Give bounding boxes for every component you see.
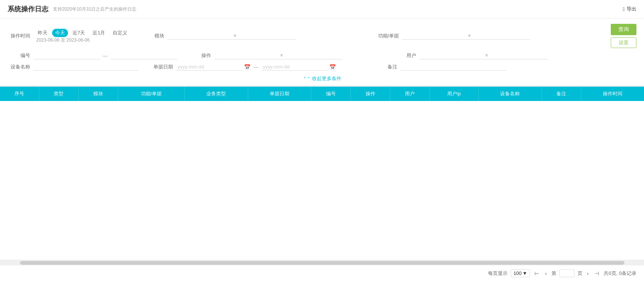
table-header-cell: 编号 [311, 87, 351, 101]
collapse-label: 收起更多条件 [312, 75, 341, 82]
user-dropdown-icon: ▼ [484, 53, 546, 58]
func-segment: 功能/单据 ▼ [372, 32, 596, 40]
device-label: 设备名称 [8, 64, 30, 70]
operation-label: 操作 [188, 52, 211, 59]
time-label: 操作时间 [8, 33, 30, 39]
serial-segment: 编号 — [8, 52, 177, 59]
page-subtitle: 支持2020年10月31日之后产生的操作日志 [53, 6, 136, 12]
time-filter-segment: 操作时间 昨天 今天 近7天 近1月 自定义 2023-06-06 至 2023… [8, 29, 130, 43]
data-table: 序号类型模块功能/单据业务类型单据日期编号操作用户用户ip设备名称备注操作时间 [0, 87, 644, 101]
table-header-cell: 类型 [39, 87, 78, 101]
first-page-btn[interactable]: ⊢ [533, 270, 541, 277]
page-label: 第 [551, 270, 556, 277]
last-page-btn[interactable]: ⊣ [593, 270, 601, 277]
voucher-date-segment: 单据日期 📅 — 📅 [150, 63, 363, 71]
time-buttons: 昨天 今天 近7天 近1月 自定义 [35, 29, 130, 37]
calendar-to-icon[interactable]: 📅 [329, 64, 336, 70]
table-header-cell: 功能/单据 [118, 87, 184, 101]
per-page-dropdown-icon: ▼ [522, 270, 527, 276]
filter-section: 操作时间 昨天 今天 近7天 近1月 自定义 2023-06-06 至 2023… [0, 19, 644, 85]
settings-button[interactable]: 设置 [611, 37, 636, 48]
remark-segment: 备注 [371, 63, 584, 71]
page-total: 共0页, 0条记录 [604, 270, 636, 277]
page-title: 系统操作日志 [8, 5, 48, 14]
operation-dropdown-icon: ▼ [279, 53, 341, 58]
table-header-cell: 用户 [390, 87, 429, 101]
last7-btn[interactable]: 近7天 [69, 29, 88, 37]
operation-segment: 操作 ▼ [188, 52, 382, 59]
func-select[interactable]: ▼ [402, 32, 530, 40]
device-segment: 设备名称 [8, 63, 139, 71]
serial-input-from[interactable] [33, 52, 100, 59]
func-dropdown-icon: ▼ [467, 33, 529, 39]
yesterday-btn[interactable]: 昨天 [35, 29, 51, 37]
data-table-wrapper: 序号类型模块功能/单据业务类型单据日期编号操作用户用户ip设备名称备注操作时间 [0, 87, 644, 260]
table-header-cell: 业务类型 [185, 87, 248, 101]
table-header-cell: 单据日期 [248, 87, 311, 101]
table-header-cell: 备注 [542, 87, 581, 101]
table-header-cell: 操作 [351, 87, 390, 101]
page-unit: 页 [578, 270, 582, 277]
export-label: 导出 [627, 6, 636, 12]
last1m-btn[interactable]: 近1月 [90, 29, 108, 37]
serial-label: 编号 [8, 52, 30, 59]
per-page-value: 100 [513, 270, 522, 276]
func-label: 功能/单据 [372, 33, 399, 39]
export-icon:  [623, 6, 625, 12]
voucher-date-dash: — [253, 64, 258, 70]
table-header-cell: 用户ip [429, 87, 478, 101]
serial-input-to[interactable] [111, 52, 177, 59]
voucher-date-from[interactable] [176, 63, 242, 71]
page-number-input[interactable]: 1 [559, 269, 575, 277]
user-select[interactable]: ▼ [419, 52, 548, 59]
time-date-range: 2023-06-06 至 2023-06-06 [36, 37, 130, 43]
per-page-label: 每页显示 [488, 270, 508, 277]
table-header-cell: 设备名称 [478, 87, 542, 101]
table-header-row: 序号类型模块功能/单据业务类型单据日期编号操作用户用户ip设备名称备注操作时间 [0, 87, 644, 101]
table-header-cell: 序号 [0, 87, 39, 101]
custom-btn[interactable]: 自定义 [110, 29, 130, 37]
collapse-button[interactable]: ⌃⌃ 收起更多条件 [303, 75, 341, 82]
calendar-from-icon[interactable]: 📅 [244, 64, 250, 70]
table-header: 序号类型模块功能/单据业务类型单据日期编号操作用户用户ip设备名称备注操作时间 [0, 87, 644, 101]
module-dropdown-icon: ▼ [232, 33, 294, 39]
page-header: 系统操作日志 支持2020年10月31日之后产生的操作日志  导出 [0, 0, 644, 19]
export-button[interactable]:  导出 [623, 6, 636, 12]
pagination-bar: 每页显示 100 ▼ ⊢ ‹ 第 1 页 › ⊣ 共0页, 0条记录 [0, 265, 644, 281]
user-segment: 用户 ▼ [390, 52, 584, 59]
collapse-bar: ⌃⌃ 收起更多条件 [8, 73, 636, 83]
action-buttons: 查询 设置 [611, 24, 636, 48]
horizontal-scrollbar[interactable] [0, 260, 644, 265]
voucher-date-label: 单据日期 [150, 64, 173, 70]
user-label: 用户 [390, 52, 416, 59]
per-page-select[interactable]: 100 ▼ [511, 269, 530, 277]
serial-dash: — [103, 53, 108, 59]
device-input[interactable] [33, 63, 139, 71]
collapse-icon: ⌃⌃ [303, 76, 310, 81]
prev-page-btn[interactable]: ‹ [544, 270, 548, 277]
module-select[interactable]: ▼ [167, 32, 296, 40]
query-button[interactable]: 查询 [611, 24, 636, 35]
remark-input[interactable] [400, 63, 506, 71]
scrollbar-thumb[interactable] [20, 261, 624, 265]
table-header-cell: 模块 [79, 87, 118, 101]
module-segment: 模块 ▼ [142, 32, 365, 40]
voucher-date-to[interactable] [261, 63, 328, 71]
today-btn[interactable]: 今天 [52, 29, 68, 37]
module-label: 模块 [142, 33, 164, 39]
next-page-btn[interactable]: › [585, 270, 590, 277]
remark-label: 备注 [371, 64, 397, 70]
table-header-cell: 操作时间 [581, 87, 644, 101]
operation-select[interactable]: ▼ [214, 52, 343, 59]
